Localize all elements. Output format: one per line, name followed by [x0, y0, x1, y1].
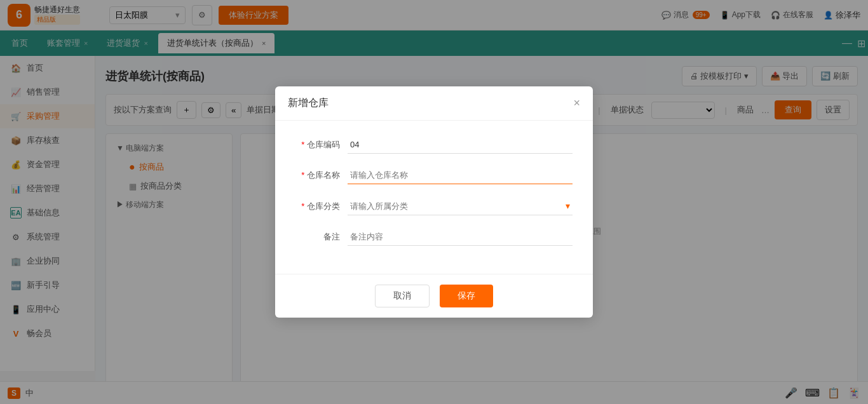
save-button[interactable]: 保存 — [440, 285, 493, 307]
new-warehouse-modal: 新增仓库 × 仓库编码 仓库名称 仓库分类 ▾ — [275, 86, 593, 318]
modal-body: 仓库编码 仓库名称 仓库分类 ▾ 备注 — [275, 121, 593, 274]
remark-input[interactable] — [348, 228, 573, 246]
warehouse-name-label: 仓库名称 — [295, 170, 340, 181]
modal-footer: 取消 保存 — [275, 274, 593, 318]
cancel-button[interactable]: 取消 — [375, 285, 430, 307]
modal-title: 新增仓库 — [288, 97, 329, 110]
form-row-name: 仓库名称 — [295, 166, 573, 184]
form-row-category: 仓库分类 ▾ — [295, 197, 573, 215]
warehouse-name-input[interactable] — [348, 166, 573, 184]
modal-header: 新增仓库 × — [275, 86, 593, 121]
category-dropdown-icon: ▾ — [566, 201, 570, 211]
warehouse-category-select-row[interactable]: ▾ — [348, 197, 573, 215]
warehouse-code-label: 仓库编码 — [295, 139, 340, 151]
form-row-remark: 备注 — [295, 228, 573, 246]
warehouse-category-input[interactable] — [350, 201, 566, 211]
warehouse-category-label: 仓库分类 — [295, 201, 340, 212]
remark-label: 备注 — [295, 231, 340, 243]
warehouse-code-input[interactable] — [348, 136, 573, 154]
modal-close-button[interactable]: × — [573, 97, 580, 110]
modal-overlay[interactable]: 新增仓库 × 仓库编码 仓库名称 仓库分类 ▾ — [0, 0, 868, 404]
form-row-code: 仓库编码 — [295, 136, 573, 154]
